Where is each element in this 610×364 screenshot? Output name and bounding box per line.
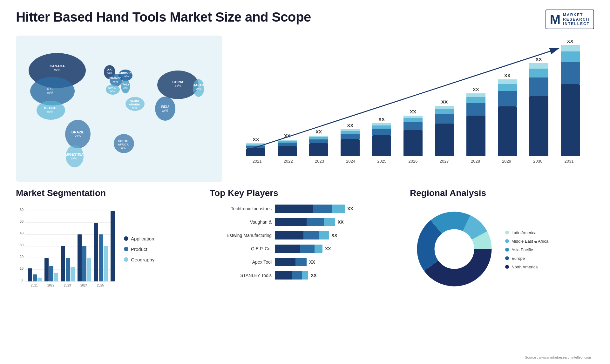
segmentation-title: Market Segmentation — [16, 188, 200, 198]
svg-text:2024: 2024 — [80, 284, 88, 287]
legend-europe: Europe — [505, 256, 548, 261]
svg-point-5 — [66, 145, 84, 167]
bar-top-label-2021: XX — [253, 137, 259, 142]
segmentation-chart: 60 50 40 30 20 10 0 — [16, 205, 118, 293]
player-bar-seg3 — [319, 231, 329, 239]
source-text: Source : www.marketresearchintellect.com — [525, 355, 591, 359]
regional-content: Latin America Middle East & Africa Asia … — [410, 205, 594, 295]
svg-rect-74 — [71, 267, 75, 281]
svg-text:MEXICO: MEXICO — [44, 106, 57, 110]
segmentation-svg: 60 50 40 30 20 10 0 — [16, 205, 118, 293]
bar-segment — [246, 148, 265, 156]
bar-segment — [498, 79, 517, 84]
dot-north-america — [505, 265, 509, 269]
player-bar-inner — [275, 271, 308, 280]
player-bar-wrap: XX — [275, 205, 353, 213]
legend-label-application: Application — [131, 236, 154, 241]
svg-text:2025: 2025 — [97, 284, 104, 287]
svg-text:xx%: xx% — [123, 86, 128, 90]
legend-product: Product — [124, 246, 154, 252]
player-bar-seg2 — [295, 258, 307, 266]
player-bar-inner — [275, 231, 329, 239]
player-bar-seg1 — [275, 218, 307, 226]
bar-top-label-2023: XX — [315, 129, 322, 134]
svg-text:xx%: xx% — [71, 157, 77, 160]
bar-top-label-2026: XX — [410, 109, 416, 114]
svg-text:10: 10 — [20, 266, 24, 270]
bar-top-label-2031: XX — [567, 38, 573, 44]
bar-x-label-2031: 2031 — [553, 159, 585, 164]
bar-x-label-2029: 2029 — [491, 159, 522, 164]
svg-text:JAPAN: JAPAN — [193, 84, 204, 87]
segmentation-section: Market Segmentation 60 50 40 30 20 10 0 — [16, 188, 200, 295]
bar-segment — [529, 96, 548, 156]
bar-chart-section: XXXXXXXXXXXXXXXXXXXXXX 20212022202320242… — [232, 36, 594, 182]
legend-dot-product — [124, 247, 128, 251]
legend-dot-geography — [124, 257, 128, 262]
player-name: Vaughan & — [210, 219, 272, 225]
bar-segment — [435, 124, 454, 156]
svg-text:xx%: xx% — [120, 146, 126, 150]
player-row: Apex ToolXX — [210, 258, 400, 266]
svg-rect-81 — [99, 234, 103, 281]
legend-label-geography: Geography — [131, 257, 154, 262]
dot-europe — [505, 256, 509, 260]
player-value: XX — [311, 273, 317, 278]
header: Hitter Based Hand Tools Market Size and … — [16, 10, 594, 29]
legend-label-product: Product — [131, 246, 147, 252]
bar-stack-2026 — [403, 116, 423, 156]
bar-group-2023: XX — [304, 129, 333, 156]
svg-rect-70 — [54, 273, 58, 281]
svg-text:xx%: xx% — [109, 90, 115, 93]
bar-segment — [278, 146, 297, 156]
key-players-section: Top Key Players Techtronic IndustriesXXV… — [210, 188, 400, 295]
bar-stack-2031 — [561, 45, 580, 156]
dot-asia-pacific — [505, 248, 509, 252]
bar-chart-bars: XXXXXXXXXXXXXXXXXXXXXX — [238, 42, 588, 156]
player-bar-seg3 — [332, 205, 345, 213]
svg-text:xx%: xx% — [162, 109, 168, 112]
bar-stack-2024 — [341, 129, 360, 156]
bar-segment — [341, 139, 360, 156]
player-bar-seg3 — [315, 245, 322, 253]
bar-group-2031: XX — [556, 38, 585, 156]
bar-segment — [246, 146, 265, 148]
bar-stack-2022 — [278, 140, 297, 156]
player-name: STANLEY Tools — [210, 273, 272, 278]
svg-text:50: 50 — [20, 219, 24, 223]
player-row: Estwing ManufacturingXX — [210, 231, 400, 239]
svg-text:INDIA: INDIA — [161, 105, 169, 109]
bar-group-2021: XX — [241, 137, 270, 156]
svg-text:30: 30 — [20, 243, 24, 247]
segmentation-legend: Application Product Geography — [124, 205, 154, 293]
svg-rect-78 — [87, 258, 91, 281]
svg-text:CANADA: CANADA — [50, 64, 65, 68]
svg-text:xx%: xx% — [132, 106, 137, 109]
svg-rect-64 — [28, 268, 32, 281]
player-bar-seg1 — [275, 271, 292, 280]
legend-north-america: North America — [505, 265, 548, 269]
bar-stack-2028 — [466, 93, 485, 156]
svg-text:xx%: xx% — [75, 134, 81, 138]
player-value: XX — [338, 219, 344, 225]
bar-stack-2023 — [309, 136, 328, 156]
bar-group-2029: XX — [493, 73, 522, 156]
bar-top-label-2022: XX — [284, 133, 290, 138]
bar-segment — [529, 63, 548, 69]
bar-chart-x-labels: 2021202220232024202520262027202820292030… — [238, 156, 588, 164]
label-europe: Europe — [512, 256, 525, 261]
svg-rect-72 — [61, 246, 65, 281]
player-bar-wrap: XX — [275, 231, 337, 239]
svg-text:ARABIA: ARABIA — [129, 103, 140, 106]
svg-text:ITALY: ITALY — [122, 83, 130, 86]
logo: M MARKET RESEARCH INTELLECT — [546, 10, 594, 29]
legend-latin-america: Latin America — [505, 230, 548, 235]
player-bar-seg1 — [275, 205, 313, 213]
bar-stack-2025 — [372, 123, 391, 156]
player-row: Vaughan &XX — [210, 218, 400, 226]
bar-top-label-2030: XX — [536, 57, 542, 62]
logo-line2: RESEARCH — [563, 17, 590, 22]
bar-top-label-2024: XX — [347, 123, 353, 128]
bar-stack-2029 — [498, 79, 517, 156]
svg-text:U.S.: U.S. — [47, 87, 53, 91]
